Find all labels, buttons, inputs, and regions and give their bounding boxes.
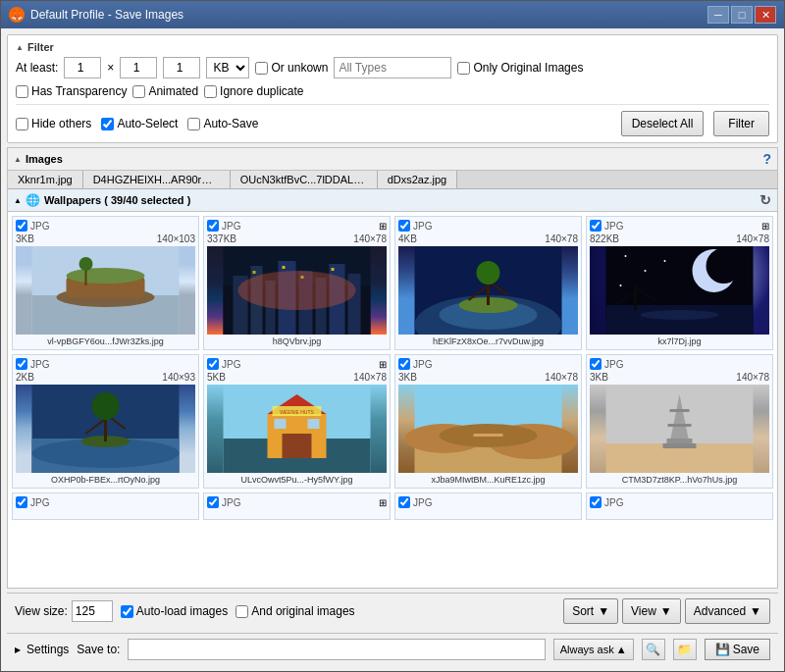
auto-save-label[interactable]: Auto-Save — [187, 117, 258, 130]
img-checkbox-6[interactable] — [398, 358, 410, 370]
img-info-1: 337KB 140×78 — [207, 233, 387, 244]
svg-point-33 — [625, 255, 627, 257]
img-name-4: OXHP0b-FBEx...rtOyNo.jpg — [16, 475, 195, 485]
tab-2[interactable]: OUcN3ktfBvC...7lDDALg.jpg — [231, 171, 378, 188]
view-button[interactable]: View ▼ — [622, 598, 681, 624]
animated-label[interactable]: Animated — [132, 84, 198, 98]
group-header: ▲ 🌐 Wallpapers ( 39/40 selected ) ↻ — [8, 189, 777, 212]
always-ask-button[interactable]: Always ask ▲ — [553, 639, 634, 660]
size-input[interactable] — [163, 57, 200, 78]
settings-label-group: ▶ Settings — [15, 643, 69, 656]
img-thumb-0 — [16, 246, 195, 335]
img-checkbox-7[interactable] — [590, 358, 602, 370]
group-icon: 🌐 — [26, 193, 40, 207]
auto-save-checkbox[interactable] — [187, 118, 200, 130]
type-input[interactable] — [334, 57, 451, 78]
save-button[interactable]: 💾 Save — [705, 639, 770, 660]
img-checkbox-10[interactable] — [398, 496, 410, 508]
only-original-label[interactable]: Only Original Images — [457, 61, 583, 75]
and-original-checkbox[interactable] — [236, 605, 248, 618]
images-grid-container[interactable]: JPG 3KB 140×103 — [8, 212, 777, 588]
svg-point-36 — [664, 260, 666, 262]
img-cell-header: JPG ⊞ — [207, 220, 387, 232]
expand-icon-9[interactable]: ⊞ — [379, 497, 387, 508]
view-size-group: View size: — [15, 600, 113, 622]
img-checkbox-0[interactable] — [16, 220, 27, 232]
list-item: JPG 2KB 140×93 — [12, 354, 199, 489]
svg-point-34 — [645, 270, 647, 272]
img-checkbox-11[interactable] — [590, 496, 602, 508]
image-icon-button[interactable]: 📁 — [673, 639, 697, 660]
list-item: JPG ⊞ 5KB 140×78 — [203, 354, 391, 489]
tab-3[interactable]: dDxs2az.jpg — [378, 171, 458, 188]
settings-collapse-icon[interactable]: ▶ — [15, 646, 21, 654]
img-thumb-5: WEENIE HUTS — [207, 385, 387, 473]
bottom-bar: View size: Auto-load images And original… — [7, 593, 778, 629]
ignore-duplicate-label[interactable]: Ignore duplicate — [204, 84, 303, 98]
img-checkbox-8[interactable] — [16, 496, 27, 508]
img-thumb-4 — [16, 385, 195, 473]
img-cell-header: JPG — [590, 358, 769, 370]
folder-icon: 🔍 — [646, 643, 660, 656]
maximize-button[interactable]: □ — [731, 6, 753, 24]
width-input[interactable] — [64, 57, 101, 78]
save-to-input[interactable] — [128, 639, 545, 660]
help-icon[interactable]: ? — [762, 151, 771, 167]
filter-section: Filter At least: × KBMBGB Or unkown — [7, 34, 778, 143]
folder-icon-button[interactable]: 🔍 — [642, 639, 665, 660]
advanced-dropdown-icon: ▼ — [750, 604, 761, 618]
view-size-input[interactable] — [72, 600, 113, 622]
img-info-3: 822KB 140×78 — [590, 233, 769, 244]
img-cell-header: JPG — [16, 220, 195, 232]
hide-others-label[interactable]: Hide others — [16, 117, 91, 130]
titlebar-buttons: ─ □ ✕ — [707, 6, 776, 24]
img-name-6: xJba9MIwtBM...KuRE1zc.jpg — [398, 475, 578, 485]
img-checkbox-3[interactable] — [590, 220, 602, 232]
expand-icon-5[interactable]: ⊞ — [379, 359, 387, 370]
size-unit-select[interactable]: KBMBGB — [206, 57, 249, 78]
auto-load-label[interactable]: Auto-load images — [121, 604, 228, 618]
svg-rect-54 — [283, 434, 312, 458]
close-button[interactable]: ✕ — [755, 6, 776, 24]
auto-select-label[interactable]: Auto-Select — [101, 117, 178, 130]
img-checkbox-1[interactable] — [207, 220, 219, 232]
or-unknown-checkbox[interactable] — [255, 62, 268, 75]
group-collapse-icon[interactable]: ▲ — [14, 196, 22, 205]
deselect-all-button[interactable]: Deselect All — [621, 111, 705, 136]
has-transparency-label[interactable]: Has Transparency — [16, 84, 127, 98]
expand-icon-1[interactable]: ⊞ — [379, 221, 387, 232]
hide-others-checkbox[interactable] — [16, 118, 28, 130]
minimize-button[interactable]: ─ — [707, 6, 729, 24]
only-original-checkbox[interactable] — [457, 62, 470, 75]
expand-icon-3[interactable]: ⊞ — [761, 221, 769, 232]
has-transparency-checkbox[interactable] — [16, 85, 28, 98]
bottom-buttons: Sort ▼ View ▼ Advanced ▼ — [563, 598, 770, 624]
at-least-label: At least: — [16, 61, 58, 75]
img-info-6: 3KB 140×78 — [398, 372, 578, 383]
filter-label: Filter — [27, 41, 54, 53]
img-checkbox-4[interactable] — [16, 358, 27, 370]
svg-point-35 — [620, 284, 622, 286]
images-section-header: Images ? — [8, 148, 777, 171]
svg-point-49 — [92, 392, 120, 420]
img-checkbox-9[interactable] — [207, 496, 219, 508]
ignore-duplicate-checkbox[interactable] — [204, 85, 217, 98]
tab-1[interactable]: D4HGZHElXH...AR90rM.jpg — [83, 171, 231, 188]
img-checkbox-2[interactable] — [398, 220, 410, 232]
refresh-button[interactable]: ↻ — [759, 192, 771, 208]
sort-button[interactable]: Sort ▼ — [563, 598, 618, 624]
settings-label: Settings — [26, 643, 69, 656]
and-original-label[interactable]: And original images — [236, 604, 354, 618]
img-thumb-1 — [207, 246, 387, 335]
auto-load-checkbox[interactable] — [121, 605, 133, 618]
auto-select-checkbox[interactable] — [101, 118, 114, 130]
list-item: JPG ⊞ 337KB 140×78 — [203, 216, 391, 350]
advanced-button[interactable]: Advanced ▼ — [685, 598, 770, 624]
animated-checkbox[interactable] — [132, 85, 145, 98]
height-input[interactable] — [120, 57, 157, 78]
img-checkbox-5[interactable] — [207, 358, 219, 370]
or-unknown-label[interactable]: Or unkown — [255, 61, 328, 75]
filter-button[interactable]: Filter — [713, 111, 769, 136]
tab-0[interactable]: Xknr1m.jpg — [8, 171, 83, 188]
img-name-0: vl-vpBGFY6ou...fJWr3Zks.jpg — [16, 336, 195, 346]
